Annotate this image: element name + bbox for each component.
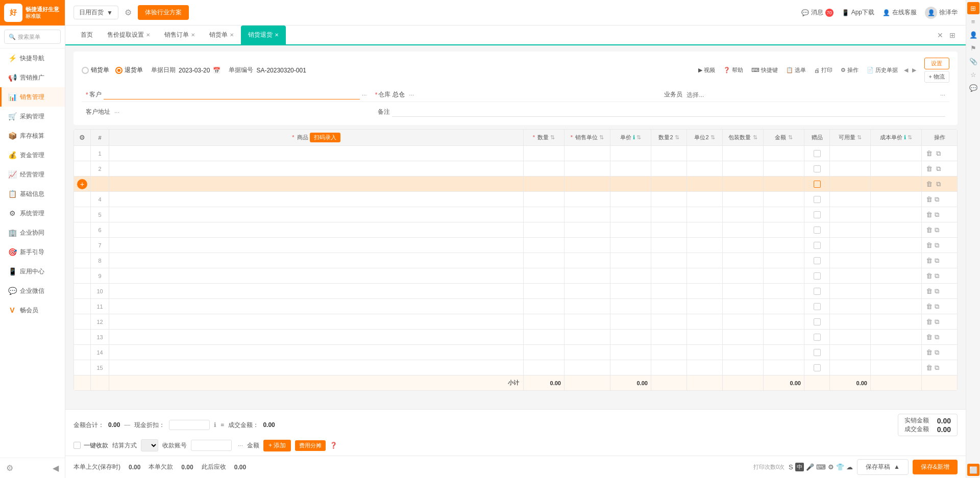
- sidebar-item-sales[interactable]: 📊 销售管理: [0, 87, 65, 107]
- delete-icon-11[interactable]: 🗑: [925, 303, 934, 310]
- row-product-3[interactable]: [109, 177, 524, 192]
- copy-icon-2[interactable]: ⧉: [935, 165, 942, 172]
- delete-icon-5[interactable]: 🗑: [925, 211, 934, 218]
- row-cost-price-3[interactable]: [871, 177, 922, 192]
- gift-checkbox-9[interactable]: [814, 272, 821, 280]
- delete-icon-1[interactable]: 🗑: [925, 149, 934, 157]
- copy-icon-6[interactable]: ⧉: [934, 226, 940, 234]
- copy-icon-14[interactable]: ⧉: [934, 348, 940, 356]
- th-settings[interactable]: ⚙: [74, 130, 91, 146]
- sidebar-collapse-icon[interactable]: ◀: [53, 463, 59, 473]
- delete-icon-12[interactable]: 🗑: [925, 318, 934, 325]
- row-sale-unit-1[interactable]: [565, 146, 610, 161]
- row-unit2-1[interactable]: [687, 146, 723, 161]
- settlement-select[interactable]: [141, 439, 158, 451]
- right-sidebar-chat-icon[interactable]: 💬: [967, 82, 979, 94]
- gift-checkbox-4[interactable]: [814, 196, 821, 203]
- radio-sale-delivery[interactable]: 销货单: [82, 66, 109, 74]
- tab-sale-order-close[interactable]: ✕: [191, 32, 195, 38]
- th-cost-sort[interactable]: ⇅: [908, 134, 912, 140]
- row-sale-unit-2[interactable]: [565, 161, 610, 177]
- sidebar-item-enterprise[interactable]: 🏢 企业协同: [0, 223, 65, 242]
- account-select-icon[interactable]: ···: [238, 442, 243, 449]
- industry-selector[interactable]: 日用百货 ▼: [74, 6, 118, 19]
- sidebar-settings-icon[interactable]: ⚙: [6, 463, 13, 473]
- copy-icon-13[interactable]: ⧉: [934, 333, 940, 341]
- save-new-btn[interactable]: 保存&新增: [913, 460, 958, 474]
- tab-sale-price-close[interactable]: ✕: [146, 32, 150, 38]
- row-sale-unit-3[interactable]: [565, 177, 610, 192]
- shortcuts-btn[interactable]: ⌨ 快捷键: [749, 65, 780, 75]
- add-row-btn[interactable]: +: [77, 179, 87, 189]
- gift-checkbox-13[interactable]: [814, 334, 821, 341]
- row-amount-1[interactable]: [764, 146, 804, 161]
- calendar-icon[interactable]: 📅: [213, 67, 220, 74]
- delete-icon-2[interactable]: 🗑: [925, 165, 934, 172]
- th-unit2-sort[interactable]: ⇅: [710, 134, 715, 140]
- tab-sale-delivery[interactable]: 销货单 ✕: [202, 26, 241, 45]
- radio-return[interactable]: 退货单: [115, 66, 143, 74]
- delete-icon-7[interactable]: 🗑: [925, 241, 934, 249]
- select-btn[interactable]: 📋 选单: [784, 65, 808, 75]
- keyboard-icon[interactable]: ⌨: [816, 463, 826, 471]
- product-input-1[interactable]: [112, 150, 520, 157]
- next-record-icon[interactable]: ▶: [912, 67, 916, 73]
- sidebar-item-system[interactable]: ⚙ 系统管理: [0, 204, 65, 223]
- row-gift-3[interactable]: [804, 177, 830, 192]
- scan-btn[interactable]: 扫码录入: [310, 133, 340, 142]
- row-amount-3[interactable]: [764, 177, 804, 192]
- sidebar-item-basics[interactable]: 📋 基础信息: [0, 184, 65, 204]
- row-price-2[interactable]: [610, 161, 651, 177]
- sidebar-item-wechat[interactable]: 💬 企业微信: [0, 281, 65, 300]
- online-service-btn[interactable]: 👤 在线客服: [883, 8, 917, 17]
- sidebar-item-purchase[interactable]: 🛒 采购管理: [0, 107, 65, 126]
- row-qty-1[interactable]: [524, 146, 565, 161]
- row-price-1[interactable]: [610, 146, 651, 161]
- right-sidebar-list-icon[interactable]: ≡: [967, 15, 979, 28]
- sidebar-item-operations[interactable]: 📈 经营管理: [0, 165, 65, 184]
- sidebar-item-newbie[interactable]: 🎯 新手引导: [0, 242, 65, 262]
- row-product-1[interactable]: [109, 146, 524, 161]
- th-gear-icon[interactable]: ⚙: [79, 134, 85, 141]
- right-sidebar-attach-icon[interactable]: 📎: [967, 55, 979, 67]
- row-amount-2[interactable]: [764, 161, 804, 177]
- history-btn[interactable]: 📄 历史单据: [865, 65, 900, 75]
- th-qty2-sort[interactable]: ⇅: [675, 134, 679, 140]
- th-pkg-sort[interactable]: ⇅: [753, 134, 757, 140]
- sidebar-item-quick-nav[interactable]: ⚡ 快捷导航: [0, 48, 65, 68]
- add-payment-btn[interactable]: + 添加: [263, 440, 291, 451]
- copy-icon-12[interactable]: ⧉: [934, 318, 940, 325]
- delete-icon-14[interactable]: 🗑: [925, 348, 934, 356]
- gift-checkbox-15[interactable]: [814, 364, 821, 371]
- customer-input[interactable]: [104, 90, 360, 99]
- mic-icon[interactable]: 🎤: [806, 463, 814, 471]
- sidebar-item-app-center[interactable]: 📱 应用中心: [0, 262, 65, 281]
- row-unit2-2[interactable]: [687, 161, 723, 177]
- right-sidebar-flag-icon[interactable]: ⚑: [967, 42, 979, 54]
- row-available-1[interactable]: [830, 146, 871, 161]
- gift-checkbox-1[interactable]: [814, 150, 821, 157]
- delete-icon-8[interactable]: 🗑: [925, 257, 934, 264]
- th-qty-sort[interactable]: ⇅: [550, 134, 555, 140]
- salesperson-input[interactable]: [684, 90, 938, 99]
- row-price-3[interactable]: [610, 177, 651, 192]
- warehouse-select-icon[interactable]: ···: [409, 91, 414, 98]
- copy-icon-7[interactable]: ⧉: [934, 241, 940, 249]
- experience-btn[interactable]: 体验行业方案: [138, 5, 189, 20]
- row-qty-3[interactable]: [524, 177, 565, 192]
- gift-checkbox-12[interactable]: [814, 318, 821, 325]
- tab-home[interactable]: 首页: [74, 26, 100, 45]
- delete-icon-13[interactable]: 🗑: [925, 333, 934, 341]
- address-select-icon[interactable]: ···: [114, 109, 119, 116]
- operate-btn[interactable]: ⚙ 操作: [839, 65, 861, 75]
- expand-tabs-icon[interactable]: ⊞: [947, 30, 958, 40]
- tab-sale-return[interactable]: 销货退货 ✕: [241, 26, 286, 45]
- delete-icon-6[interactable]: 🗑: [925, 226, 934, 234]
- th-sale-unit-sort[interactable]: ⇅: [599, 134, 604, 140]
- discount-input[interactable]: [169, 420, 210, 430]
- delete-icon-9[interactable]: 🗑: [925, 272, 934, 280]
- copy-icon-10[interactable]: ⧉: [934, 287, 940, 295]
- user-profile-btn[interactable]: 👤 徐泽华: [925, 7, 958, 19]
- row-cost-price-2[interactable]: [871, 161, 922, 177]
- help-btn[interactable]: ❓ 帮助: [721, 65, 745, 75]
